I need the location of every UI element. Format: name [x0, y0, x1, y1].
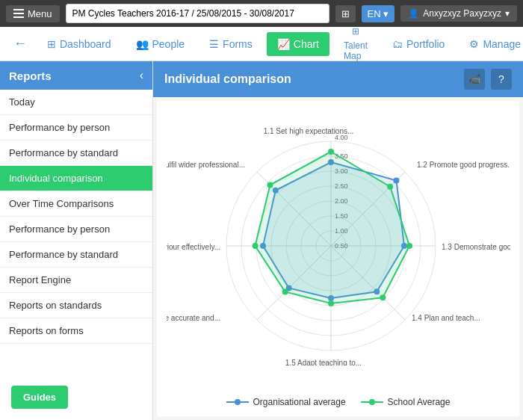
forms-icon: ☰ [209, 38, 219, 50]
nav-talent-map-label: Talent Map [344, 40, 368, 61]
svg-point-52 [369, 399, 375, 405]
content-title: Individual comparison [164, 72, 291, 86]
chart-legend: Organisational average School Average [226, 391, 451, 416]
svg-text:1.7 Manage behaviour effective: 1.7 Manage behaviour effectively... [167, 243, 220, 251]
sidebar-items: Today Performance by person Performance … [0, 90, 152, 420]
sidebar-item-perf-person-1[interactable]: Performance by person [0, 115, 152, 140]
svg-text:1.4 Plan and teach...: 1.4 Plan and teach... [412, 314, 480, 322]
language-button[interactable]: EN ▾ [362, 5, 395, 22]
chart-area: 4.00 3.50 3.00 2.50 2.00 1.50 1.00 0.50 [157, 101, 519, 416]
guides-button[interactable]: Guides [11, 386, 68, 409]
nav-people-label: People [152, 38, 185, 50]
user-button[interactable]: 👤 Anxyzxyz Paxyzxyz ▾ [400, 5, 517, 22]
manage-icon: ⚙ [469, 38, 479, 50]
sidebar-item-perf-person-2[interactable]: Performance by person [0, 217, 152, 242]
content-header: Individual comparison 📹 ? [153, 61, 523, 97]
nav-talent-map[interactable]: ⊞ Talent Map [333, 23, 378, 64]
svg-point-36 [380, 294, 386, 300]
chart-icon: 📈 [277, 38, 290, 50]
portfolio-icon: 🗂 [392, 38, 403, 50]
svg-text:1.2 Promote good progress...: 1.2 Promote good progress... [417, 161, 510, 169]
svg-text:1.8 Fulfil wider professional.: 1.8 Fulfil wider professional... [167, 161, 245, 169]
radar-chart: 4.00 3.50 3.00 2.50 2.00 1.50 1.00 0.50 [157, 101, 519, 391]
top-bar: Menu ⊞ EN ▾ 👤 Anxyzxyz Paxyzxyz ▾ [0, 0, 523, 27]
video-button[interactable]: 📹 [464, 69, 485, 90]
svg-point-50 [235, 399, 241, 405]
nav-forms-label: Forms [223, 38, 253, 50]
svg-text:1.1 Set high expectations...: 1.1 Set high expectations... [263, 127, 353, 135]
people-icon: 👥 [136, 38, 149, 50]
sidebar-item-today[interactable]: Today [0, 90, 152, 115]
svg-point-34 [387, 184, 393, 190]
content-area: Individual comparison 📹 ? [153, 61, 523, 420]
nav-portfolio[interactable]: 🗂 Portfolio [382, 32, 455, 56]
content-action-icons: 📹 ? [464, 69, 512, 90]
menu-button[interactable]: Menu [6, 5, 60, 22]
svg-point-33 [328, 149, 334, 155]
language-label: EN [368, 8, 381, 19]
main-layout: Reports ‹ Today Performance by person Pe… [0, 61, 523, 420]
svg-point-38 [282, 288, 288, 294]
svg-point-37 [328, 300, 334, 306]
svg-text:1.6 Make accurate and...: 1.6 Make accurate and... [167, 314, 220, 322]
svg-text:1.3 Demonstrate good subject..: 1.3 Demonstrate good subject... [442, 243, 510, 251]
nav-back-button[interactable]: ← [7, 36, 33, 52]
nav-dashboard[interactable]: ⊞ Dashboard [37, 32, 122, 56]
sidebar-item-perf-standard-1[interactable]: Performance by standard [0, 140, 152, 166]
svg-marker-32 [255, 152, 409, 303]
help-button[interactable]: ? [491, 69, 512, 90]
legend-school-avg-label: School Average [388, 397, 451, 407]
sidebar-title: Reports [9, 70, 52, 82]
sidebar-item-individual[interactable]: Individual comparison [0, 166, 152, 191]
legend-school-avg: School Average [361, 397, 451, 407]
sidebar-collapse-button[interactable]: ‹ [140, 69, 143, 82]
sidebar-item-reports-standards[interactable]: Reports on standards [0, 293, 152, 318]
sidebar-item-reports-forms[interactable]: Reports on forms [0, 318, 152, 344]
svg-text:1.5 Adapt teaching to...: 1.5 Adapt teaching to... [285, 359, 361, 365]
sidebar: Reports ‹ Today Performance by person Pe… [0, 61, 153, 420]
nav-manage[interactable]: ⚙ Manage [459, 32, 523, 56]
nav-people[interactable]: 👥 People [126, 32, 196, 56]
svg-point-35 [406, 243, 412, 249]
nav-forms[interactable]: ☰ Forms [199, 32, 263, 56]
cycle-icon-button[interactable]: ⊞ [335, 5, 356, 22]
dashboard-icon: ⊞ [47, 38, 56, 50]
talent-map-icon: ⊞ [352, 26, 359, 37]
menu-label: Menu [28, 8, 52, 19]
user-avatar-icon: 👤 [408, 8, 419, 19]
hamburger-icon [13, 9, 24, 18]
sidebar-item-overtime[interactable]: Over Time Comparisons [0, 191, 152, 217]
nav-dashboard-label: Dashboard [60, 38, 111, 50]
sidebar-item-report-engine[interactable]: Report Engine [0, 268, 152, 293]
svg-point-40 [267, 182, 273, 188]
nav-chart-label: Chart [294, 38, 319, 50]
nav-portfolio-label: Portfolio [406, 38, 445, 50]
nav-chart[interactable]: 📈 Chart [267, 32, 329, 56]
nav-manage-label: Manage [483, 38, 521, 50]
legend-org-avg-label: Organisational average [253, 397, 346, 407]
svg-point-25 [393, 178, 399, 184]
radar-svg: 4.00 3.50 3.00 2.50 2.00 1.50 1.00 0.50 [167, 126, 510, 365]
sidebar-header: Reports ‹ [0, 61, 152, 90]
nav-bar: ← ⊞ Dashboard 👥 People ☰ Forms 📈 Chart ⊞… [0, 27, 523, 61]
cycle-selector[interactable] [66, 4, 329, 23]
sidebar-item-perf-standard-2[interactable]: Performance by standard [0, 242, 152, 268]
svg-point-39 [252, 243, 258, 249]
legend-org-avg: Organisational average [226, 397, 346, 407]
username-label: Anxyzxyz Paxyzxyz [423, 8, 501, 19]
